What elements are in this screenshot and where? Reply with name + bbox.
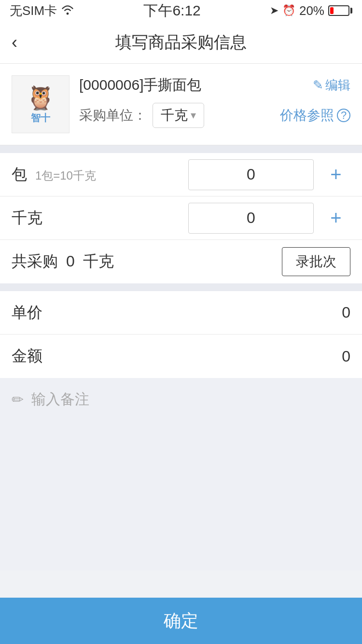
status-left: 无SIM卡 — [10, 2, 74, 19]
bag-unit-sub: 1包=10千克 — [35, 169, 96, 182]
kg-input-row: 千克 + — [0, 196, 362, 240]
product-image: 🦉 智十 — [12, 75, 70, 133]
battery-icon — [328, 5, 352, 16]
bottom-space — [0, 421, 362, 571]
location-icon: ➤ — [270, 4, 278, 17]
unit-prefix-label: 采购单位： — [79, 106, 147, 125]
total-label: 共采购 — [12, 252, 58, 270]
alarm-icon: ⏰ — [282, 4, 295, 17]
dropdown-arrow-icon: ▾ — [191, 109, 196, 122]
note-section[interactable]: ✏ 输入备注 — [0, 378, 362, 421]
batch-record-button[interactable]: 录批次 — [282, 247, 350, 276]
unit-price-label: 单价 — [12, 302, 42, 323]
help-icon: ? — [337, 109, 350, 122]
confirm-button[interactable]: 确定 — [0, 598, 362, 644]
product-logo-icon: 🦉 — [26, 84, 55, 112]
bag-plus-button[interactable]: + — [321, 160, 350, 189]
quantity-input-section: 包 1包=10千克 + 千克 + — [0, 153, 362, 240]
product-info: [0000006]手撕面包 ✎ 编辑 采购单位： 千克 ▾ 价格参照 ? — [79, 75, 350, 128]
separator-1 — [0, 145, 362, 153]
bag-quantity-input[interactable] — [188, 159, 314, 190]
unit-price-row: 单价 0 — [0, 291, 362, 335]
status-right: ➤ ⏰ 20% — [270, 3, 352, 18]
status-time: 下午6:12 — [143, 1, 200, 21]
separator-2 — [0, 283, 362, 291]
product-card: 🦉 智十 [0000006]手撕面包 ✎ 编辑 采购单位： 千克 ▾ 价格参照 … — [0, 64, 362, 145]
total-value: 0 — [66, 252, 75, 270]
total-purchase-text: 共采购 0 千克 — [12, 251, 114, 272]
kg-quantity-input[interactable] — [188, 203, 314, 234]
page-title: 填写商品采购信息 — [115, 31, 247, 54]
product-name: [0000006]手撕面包 — [79, 75, 201, 95]
amount-label: 金额 — [12, 346, 42, 367]
price-ref-label: 价格参照 — [280, 106, 334, 125]
back-button[interactable]: ‹ — [12, 32, 17, 53]
unit-price-value: 0 — [342, 304, 350, 322]
amount-value: 0 — [342, 348, 350, 365]
price-section: 单价 0 金额 0 — [0, 291, 362, 378]
price-ref-button[interactable]: 价格参照 ? — [280, 106, 350, 125]
carrier-text: 无SIM卡 — [10, 2, 57, 19]
pencil-icon: ✏ — [12, 391, 24, 408]
edit-icon: ✎ — [313, 78, 323, 93]
kg-plus-button[interactable]: + — [321, 204, 350, 233]
battery-percentage: 20% — [299, 3, 324, 18]
total-unit: 千克 — [83, 252, 114, 270]
amount-row: 金额 0 — [0, 335, 362, 378]
kg-label: 千克 — [12, 209, 42, 226]
status-bar: 无SIM卡 下午6:12 ➤ ⏰ 20% — [0, 0, 362, 21]
bag-label: 包 — [12, 166, 27, 183]
brand-label: 智十 — [31, 112, 50, 125]
unit-dropdown[interactable]: 千克 ▾ — [153, 103, 204, 128]
summary-row: 共采购 0 千克 录批次 — [0, 240, 362, 283]
edit-label: 编辑 — [325, 77, 350, 94]
unit-value: 千克 — [161, 106, 188, 125]
bag-input-row: 包 1包=10千克 + — [0, 153, 362, 196]
nav-bar: ‹ 填写商品采购信息 — [0, 21, 362, 64]
wifi-icon — [61, 3, 74, 18]
note-placeholder: 输入备注 — [31, 390, 89, 409]
edit-button[interactable]: ✎ 编辑 — [313, 77, 350, 94]
